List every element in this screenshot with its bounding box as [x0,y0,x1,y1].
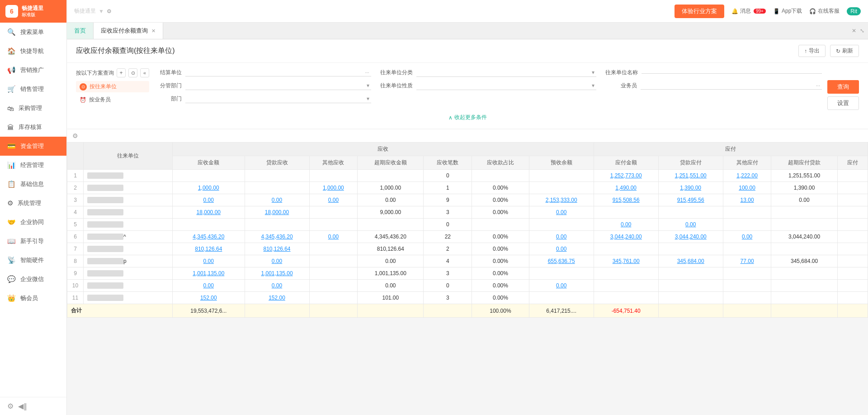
cell-link[interactable]: 915,508.56 [613,197,640,203]
msg-btn[interactable]: 🔔 消息 99+ [731,7,766,15]
salesman-input[interactable]: ··· [641,82,822,90]
sidebar-item-basic[interactable]: 📋 基础信息 [0,175,66,194]
cell-link[interactable]: 1,000.00 [198,185,219,191]
cell-link[interactable]: 0.00 [621,221,631,228]
sidebar-item-newbie[interactable]: 📖 新手引导 [0,232,66,251]
partner-category-input[interactable]: ▾ [416,68,597,77]
sidebar-item-inventory[interactable]: 🏛 库存核算 [0,118,66,137]
tab-arbalance[interactable]: 应收应付余额查询 ✕ [94,23,163,39]
edit-scheme-icon[interactable]: ⊙ [128,68,137,77]
scheme-by-salesman[interactable]: ⏰ 按业务员 [76,94,149,105]
collapse-bottom-icon[interactable]: ◀‖ [18,402,27,410]
cell-ar-count: 3 [424,292,472,304]
cell-link[interactable]: 2,153,333.00 [546,197,577,203]
tab-close-window-icon[interactable]: ✕ [852,28,856,34]
sidebar-item-enterprise[interactable]: 🤝 企业协同 [0,213,66,232]
cell-rownum: 8 [67,255,84,267]
cell-link[interactable]: 1,490.00 [615,185,637,191]
sidebar-item-search-menu[interactable]: 🔍 搜索菜单 [0,23,66,42]
cell-link[interactable]: 77.00 [741,258,754,264]
tab-home[interactable]: 首页 [67,23,94,39]
sidebar-item-marketing[interactable]: 📢 营销推广 [0,61,66,80]
refresh-btn[interactable]: ↻ 刷新 [830,45,859,57]
sidebar-item-sales[interactable]: 🛒 销售管理 [0,80,66,99]
cell-link[interactable]: 0.00 [556,282,566,289]
cell-link[interactable]: 655,636.75 [548,258,575,264]
cell-link[interactable]: 810,126.64 [263,246,290,252]
cell-rownum: 5 [67,219,84,231]
cell-ar-prepay: 0.00 [529,243,594,255]
sidebar-item-operation[interactable]: 📊 经营管理 [0,156,66,175]
app-download-btn[interactable]: 📱 App下载 [773,7,802,15]
export-btn[interactable]: ↑ 导出 [798,45,826,57]
cell-link[interactable]: 1,001,135.00 [193,270,224,277]
cell-link[interactable]: 4,345,436.20 [193,234,224,240]
sidebar-item-smart-hw[interactable]: 📡 智能硬件 [0,251,66,270]
main-area: 畅捷通里 ▼ ⚙ 体验行业方案 🔔 消息 99+ 📱 App下载 🎧 在线客服 … [67,0,868,415]
cell-link[interactable]: 0.00 [203,282,214,289]
cell-link[interactable]: 4,345,436.20 [261,234,292,240]
collapse-filter-btn[interactable]: ∧ 收起更多条件 [76,112,859,123]
col-group-ar: 应收 [173,143,594,156]
service-btn[interactable]: 🎧 在线客服 [809,7,840,15]
cell-link[interactable]: 0.00 [272,258,282,264]
partner-nature-input[interactable]: ▾ [416,81,597,90]
cell-link[interactable]: 810,126.64 [195,246,222,252]
field-dept: 部门 ▾ [155,95,371,103]
cell-ar-prepay [529,267,594,280]
cell-link[interactable]: 0.00 [328,234,339,240]
scheme-by-partner[interactable]: ⊙ 按往来单位 [76,81,149,92]
cell-link[interactable]: 18,000.00 [197,209,221,215]
dept-input[interactable]: ▾ [185,95,371,103]
sidebar-item-system[interactable]: ⚙ 系统管理 [0,194,66,213]
cell-link[interactable]: 152.00 [200,295,217,301]
cell-link[interactable]: 345,684.00 [677,258,704,264]
col-ap-overdue: 超期应付贷款 [771,156,837,170]
cell-link[interactable]: 0.00 [272,282,282,289]
cell-link[interactable]: 0.00 [685,221,696,228]
user-avatar[interactable]: Rit [847,8,861,14]
setting-btn[interactable]: 设置 [827,96,859,110]
cell-link[interactable]: 1,390.00 [680,185,701,191]
settlement-unit-input[interactable]: ··· [185,69,371,76]
cell-link[interactable]: 3,044,240.00 [610,234,642,240]
cell-link[interactable]: 1,251,551.00 [675,172,707,179]
cell-link[interactable]: 345,761.00 [613,258,640,264]
settings-bottom-icon[interactable]: ⚙ [7,402,14,410]
sidebar-item-purchase[interactable]: 🛍 采购管理 [0,99,66,118]
cell-link[interactable]: 0.00 [556,246,566,252]
partner-name-input[interactable] [642,72,822,74]
cell-link[interactable]: 0.00 [742,234,752,240]
cell-link[interactable]: 18,000.00 [265,209,289,215]
cell-ap-amt [594,243,658,255]
query-btn[interactable]: 查询 [827,80,859,94]
cell-link[interactable]: 13.00 [741,197,754,203]
cell-link[interactable]: 0.00 [556,209,566,215]
sidebar-item-member[interactable]: 👑 畅会员 [0,289,66,308]
dept-in-charge-input[interactable]: ▾ [185,81,371,90]
cell-link[interactable]: 0.00 [203,197,214,203]
cell-link[interactable]: 3,044,240.00 [675,234,707,240]
cell-link[interactable]: 1,252,773.00 [610,172,642,179]
cell-link[interactable]: 1,000.00 [323,185,344,191]
gear-settings-icon[interactable]: ⚙ [107,8,112,14]
sidebar-item-wechat[interactable]: 💬 企业微信 [0,270,66,289]
cell-link[interactable]: 0.00 [556,234,566,240]
cell-link[interactable]: 0.00 [328,197,339,203]
table-settings-icon[interactable]: ⚙ [72,132,78,139]
cell-link[interactable]: 1,222.00 [736,172,758,179]
promo-btn[interactable]: 体验行业方案 [675,5,724,18]
cell-link[interactable]: 915,495.56 [677,197,704,203]
sidebar-item-quick-nav[interactable]: 🏠 快捷导航 [0,42,66,61]
tab-close-icon[interactable]: ✕ [151,28,156,34]
tab-maximize-icon[interactable]: ⤡ [860,28,864,34]
cell-link[interactable]: 0.00 [203,258,214,264]
collapse-scheme-icon[interactable]: « [140,68,149,77]
sidebar-item-finance[interactable]: 💳 资金管理 [0,137,66,156]
cell-link[interactable]: 0.00 [272,197,282,203]
cell-link[interactable]: 100.00 [739,185,755,191]
add-scheme-icon[interactable]: + [117,68,126,77]
logo-text: 畅捷通里 标准版 [22,5,43,18]
cell-link[interactable]: 1,001,135.00 [261,270,292,277]
cell-link[interactable]: 152.00 [269,295,285,301]
